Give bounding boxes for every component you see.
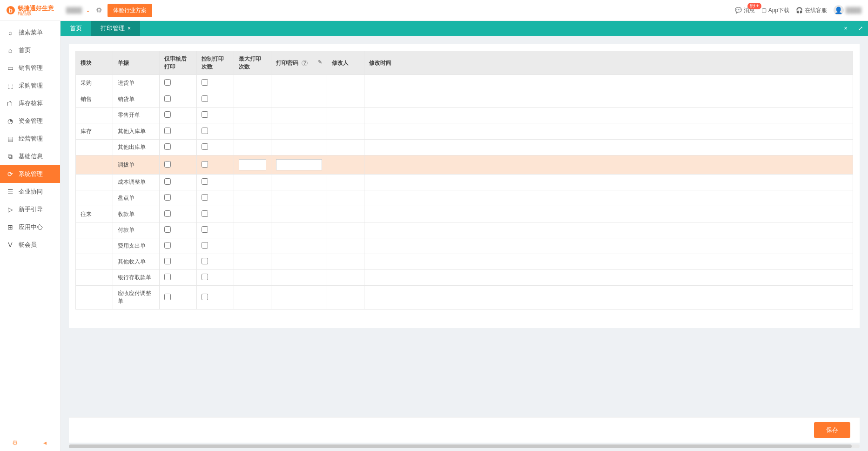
checkbox-audit-only[interactable] xyxy=(164,210,171,217)
cta-button[interactable]: 体验行业方案 xyxy=(108,4,152,17)
input-max-count[interactable] xyxy=(239,159,266,170)
help-icon[interactable]: ? xyxy=(302,60,308,66)
sidebar-item-12[interactable]: V畅会员 xyxy=(0,236,60,254)
sidebar-settings-button[interactable]: ⚙ xyxy=(0,434,30,451)
sidebar-item-label: 系统管理 xyxy=(19,170,43,178)
checkbox-audit-only[interactable] xyxy=(164,274,171,280)
checkbox-audit-only[interactable] xyxy=(164,226,171,233)
checkbox-limit-count[interactable] xyxy=(202,95,208,102)
app-download-link[interactable]: ▢ App下载 xyxy=(761,7,789,14)
checkbox-limit-count[interactable] xyxy=(202,128,208,134)
cell-limit-count xyxy=(197,175,234,190)
horizontal-scrollbar[interactable] xyxy=(69,444,860,449)
sidebar-item-6[interactable]: ▤经营管理 xyxy=(0,130,60,148)
sidebar-item-label: 采购管理 xyxy=(19,81,43,90)
sidebar-item-7[interactable]: ⧉基础信息 xyxy=(0,148,60,165)
sidebar-item-10[interactable]: ▷新手引导 xyxy=(0,201,60,218)
company-selector[interactable]: ████ ⌄ xyxy=(66,7,90,13)
checkbox-audit-only[interactable] xyxy=(164,194,171,201)
checkbox-limit-count[interactable] xyxy=(202,294,208,300)
checkbox-audit-only[interactable] xyxy=(164,128,171,134)
sidebar-item-label: 基础信息 xyxy=(19,152,43,161)
checkbox-limit-count[interactable] xyxy=(202,143,208,150)
checkbox-limit-count[interactable] xyxy=(202,242,208,249)
cell-module xyxy=(76,222,113,238)
table-row: 销售销货单 xyxy=(76,91,853,108)
cell-modifier xyxy=(327,238,364,254)
sidebar-item-8[interactable]: ⟳系统管理 xyxy=(0,165,60,183)
main-shell: ⌕搜索菜单⌂首页▭销售管理⬚采购管理⛫库存核算◔资金管理▤经营管理⧉基础信息⟳系… xyxy=(0,21,868,451)
workspace: 模块 单据 仅审核后打印 控制打印次数 最大打印次数 打印密码 ? ✎ 修改人 xyxy=(61,36,868,417)
sidebar-item-3[interactable]: ⬚采购管理 xyxy=(0,77,60,94)
checkbox-limit-count[interactable] xyxy=(202,226,208,233)
cell-modify-time xyxy=(364,206,853,222)
cell-audit-only xyxy=(160,140,197,155)
sidebar-item-label: 企业协同 xyxy=(19,188,43,196)
table-row: 其他收入单 xyxy=(76,254,853,270)
cell-modifier xyxy=(327,75,364,91)
checkbox-audit-only[interactable] xyxy=(164,242,171,249)
sidebar-item-11[interactable]: ⊞应用中心 xyxy=(0,218,60,236)
cell-password xyxy=(271,190,327,206)
sidebar-icon: ▭ xyxy=(7,64,14,72)
cell-limit-count xyxy=(197,155,234,175)
checkbox-limit-count[interactable] xyxy=(202,210,208,217)
customer-service-link[interactable]: 🎧 在线客服 xyxy=(796,7,827,14)
checkbox-limit-count[interactable] xyxy=(202,79,208,86)
checkbox-audit-only[interactable] xyxy=(164,294,171,300)
checkbox-audit-only[interactable] xyxy=(164,258,171,264)
tab-0[interactable]: 首页 xyxy=(61,21,91,36)
checkbox-audit-only[interactable] xyxy=(164,178,171,185)
checkbox-audit-only[interactable] xyxy=(164,79,171,86)
sidebar-item-0[interactable]: ⌕搜索菜单 xyxy=(0,24,60,41)
checkbox-limit-count[interactable] xyxy=(202,274,208,280)
tab-1[interactable]: 打印管理× xyxy=(91,21,140,36)
cell-module: 采购 xyxy=(76,75,113,91)
cell-modifier xyxy=(327,254,364,270)
user-name: ████ xyxy=(846,7,861,13)
messages-link[interactable]: 💬 消息 99 + xyxy=(735,7,755,14)
table-row: 盘点单 xyxy=(76,190,853,206)
checkbox-audit-only[interactable] xyxy=(164,95,171,102)
save-button[interactable]: 保存 xyxy=(814,422,850,438)
sidebar-icon: ⌂ xyxy=(7,47,14,54)
cell-modify-time xyxy=(364,190,853,206)
edit-icon[interactable]: ✎ xyxy=(318,59,322,65)
tab-fullscreen[interactable]: ⤢ xyxy=(853,21,868,36)
cell-password xyxy=(271,270,327,286)
cell-max-count xyxy=(234,222,271,238)
th-audit: 仅审核后打印 xyxy=(160,51,197,75)
checkbox-audit-only[interactable] xyxy=(164,143,171,150)
cell-audit-only xyxy=(160,222,197,238)
close-icon[interactable]: × xyxy=(128,25,131,32)
th-modifier: 修改人 xyxy=(327,51,364,75)
tab-close-all[interactable]: × xyxy=(838,21,853,36)
input-password[interactable] xyxy=(276,159,322,170)
sidebar-item-2[interactable]: ▭销售管理 xyxy=(0,59,60,77)
checkbox-limit-count[interactable] xyxy=(202,178,208,185)
cell-modifier xyxy=(327,206,364,222)
sidebar-item-4[interactable]: ⛫库存核算 xyxy=(0,94,60,112)
checkbox-limit-count[interactable] xyxy=(202,258,208,264)
scrollbar-thumb[interactable] xyxy=(69,444,852,448)
cell-modifier xyxy=(327,175,364,190)
cell-modifier xyxy=(327,123,364,140)
cell-max-count xyxy=(234,238,271,254)
sidebar-collapse-button[interactable]: ◂ xyxy=(30,434,61,451)
checkbox-limit-count[interactable] xyxy=(202,111,208,118)
sidebar-item-5[interactable]: ◔资金管理 xyxy=(0,112,60,130)
checkbox-audit-only[interactable] xyxy=(164,111,171,118)
table-row: 调拔单 xyxy=(76,155,853,175)
sidebar-item-1[interactable]: ⌂首页 xyxy=(0,41,60,59)
footer-bar: 保存 xyxy=(69,417,860,443)
cell-audit-only xyxy=(160,91,197,108)
checkbox-limit-count[interactable] xyxy=(202,194,208,201)
user-menu[interactable]: 👤 ████ xyxy=(834,5,861,15)
cell-audit-only xyxy=(160,254,197,270)
cell-audit-only xyxy=(160,75,197,91)
checkbox-limit-count[interactable] xyxy=(202,161,208,168)
checkbox-audit-only[interactable] xyxy=(164,161,171,168)
cell-doc: 其他入库单 xyxy=(113,123,160,140)
gear-icon[interactable]: ⚙ xyxy=(96,6,102,14)
sidebar-item-9[interactable]: ☰企业协同 xyxy=(0,183,60,201)
